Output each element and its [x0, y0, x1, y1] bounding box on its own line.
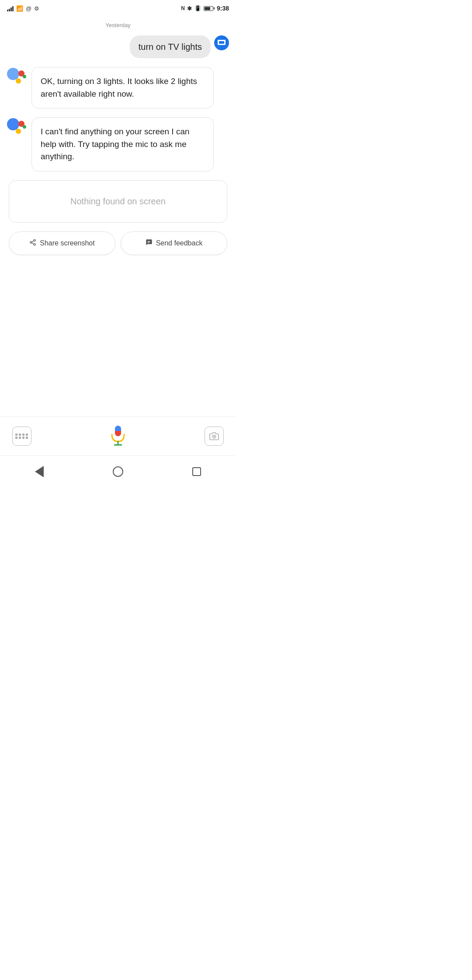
- home-button[interactable]: [108, 462, 128, 481]
- keyboard-button[interactable]: [12, 427, 31, 446]
- battery-icon: [204, 6, 213, 11]
- share-screenshot-button[interactable]: Share screenshot: [9, 231, 115, 255]
- keyboard-icon: [15, 434, 28, 439]
- assistant-bubble-2: I can't find anything on your screen I c…: [31, 117, 214, 172]
- vibrate-icon: 📳: [194, 5, 201, 11]
- screen-context-card: Nothing found on screen: [9, 180, 227, 223]
- share-screenshot-label: Share screenshot: [40, 239, 94, 247]
- input-bar: [0, 416, 236, 455]
- assistant-message-row-2: I can't find anything on your screen I c…: [7, 117, 229, 172]
- camera-button[interactable]: [205, 427, 224, 446]
- settings-icon: ⚙: [34, 5, 39, 12]
- recents-icon: [192, 467, 201, 476]
- date-label: Yesterday: [7, 22, 229, 28]
- signal-icon: [7, 5, 14, 11]
- time-display: 9:38: [217, 5, 229, 12]
- svg-point-12: [214, 436, 215, 438]
- chat-area: Yesterday turn on TV lights OK, turning …: [0, 16, 236, 416]
- action-buttons-row: Share screenshot Send feedback: [9, 231, 227, 255]
- at-icon: @: [26, 5, 31, 12]
- bluetooth-icon: ✱: [187, 5, 192, 12]
- user-bubble: turn on TV lights: [130, 35, 211, 58]
- nfc-icon: N: [181, 5, 184, 11]
- assistant-bubble-1: OK, turning on 3 lights. It looks like 2…: [31, 67, 214, 108]
- user-message-row: turn on TV lights: [7, 35, 229, 58]
- status-bar: 📶 @ ⚙ N ✱ 📳 9:38: [0, 0, 236, 16]
- navigation-bar: [0, 455, 236, 490]
- wifi-icon: 📶: [16, 5, 23, 12]
- assistant-logo-2: [7, 118, 27, 138]
- send-feedback-button[interactable]: Send feedback: [121, 231, 227, 255]
- status-left-icons: 📶 @ ⚙: [7, 5, 39, 12]
- share-icon: [29, 239, 36, 248]
- avatar-icon: [218, 40, 226, 46]
- microphone-button[interactable]: [105, 423, 131, 449]
- home-icon: [113, 466, 123, 477]
- feedback-icon: [146, 239, 153, 248]
- back-button[interactable]: [30, 462, 49, 481]
- assistant-logo-1: [7, 68, 27, 88]
- back-icon: [35, 466, 44, 477]
- assistant-message-row-1: OK, turning on 3 lights. It looks like 2…: [7, 67, 229, 108]
- send-feedback-label: Send feedback: [156, 239, 203, 247]
- recents-button[interactable]: [187, 462, 206, 481]
- svg-line-6: [32, 243, 34, 244]
- svg-rect-8: [115, 426, 121, 436]
- screen-card-text: Nothing found on screen: [70, 196, 166, 206]
- svg-line-7: [32, 241, 34, 242]
- camera-icon: [209, 431, 219, 441]
- user-avatar: [214, 35, 229, 50]
- svg-rect-1: [219, 41, 224, 44]
- status-right-icons: N ✱ 📳 9:38: [181, 5, 229, 12]
- bottom-spacer: [7, 264, 229, 413]
